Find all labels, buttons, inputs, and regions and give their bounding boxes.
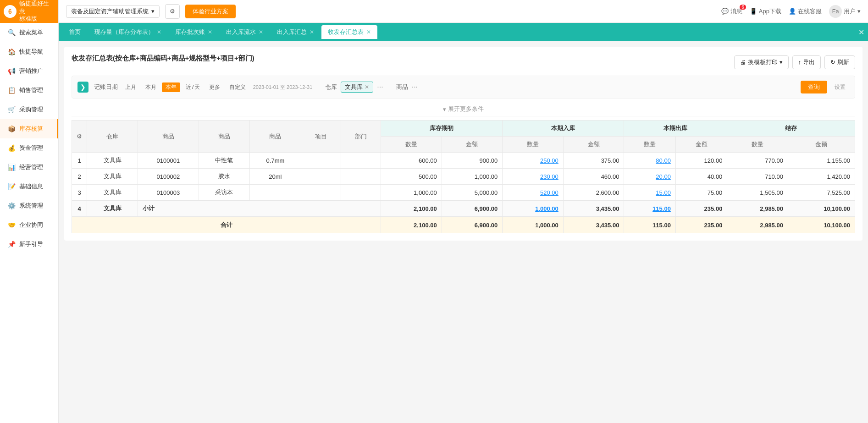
row3-project [301, 185, 341, 201]
data-table: ⚙ 仓库 商品 商品 商品 项目 部门 库存期初 本期入库 本期出库 结存 [72, 120, 855, 233]
th-open-amt: 金额 [442, 137, 503, 153]
tab-inventory-dist-close[interactable]: ✕ [157, 29, 161, 35]
date-shortcut-custom[interactable]: 自定义 [226, 82, 249, 92]
sidebar-item-purchase[interactable]: 🛒 采购管理 [0, 100, 58, 119]
data-table-wrapper: ⚙ 仓库 商品 商品 商品 项目 部门 库存期初 本期入库 本期出库 结存 [72, 120, 855, 233]
sidebar: 6 畅捷通好生意 标准版 🔍 搜索菜单 🏠 快捷导航 📢 营销推广 📋 销售管理… [0, 0, 59, 423]
sidebar-item-marketing[interactable]: 📢 营销推广 [0, 61, 58, 81]
warehouse-filter-section: 仓库 文具库 ✕ ··· [325, 82, 383, 93]
tab-stock-flow[interactable]: 出入库流水 ✕ [220, 25, 270, 39]
row3-in-qty[interactable]: 520.00 [503, 185, 564, 201]
sidebar-item-basic-info[interactable]: 📝 基础信息 [0, 177, 58, 196]
date-shortcut-this-month[interactable]: 本月 [142, 82, 160, 92]
settings-button[interactable]: ⚙ [165, 4, 180, 19]
tab-stock-summary-close[interactable]: ✕ [310, 29, 314, 35]
row1-dept [341, 153, 381, 169]
close-all-tabs[interactable]: ✕ [858, 28, 864, 37]
th-warehouse: 仓库 [87, 121, 138, 153]
trial-button[interactable]: 体验行业方案 [185, 5, 236, 18]
print-template-button[interactable]: 🖨 换模板打印 ▾ [734, 55, 789, 69]
subtotal-in-qty[interactable]: 1,000.00 [503, 201, 564, 217]
tab-stock-flow-close[interactable]: ✕ [259, 29, 263, 35]
tab-stock-flow-label: 出入库流水 [226, 28, 256, 36]
app-download-button[interactable]: 📱 App下载 [750, 7, 781, 16]
subtotal-out-qty[interactable]: 115.00 [624, 201, 675, 217]
tab-recv-send-summary-close[interactable]: ✕ [366, 29, 371, 35]
filter-collapse-button[interactable]: ❯ [77, 82, 88, 93]
purchase-icon: 🛒 [7, 106, 16, 113]
warehouse-tag-text: 文具库 [345, 83, 363, 91]
row3-out-qty[interactable]: 15.00 [624, 185, 675, 201]
sidebar-item-label: 库存核算 [19, 125, 43, 133]
date-filter-label: 记账日期 [94, 83, 118, 91]
date-shortcut-more[interactable]: 更多 [205, 82, 224, 92]
sidebar-item-system[interactable]: ⚙️ 系统管理 [0, 196, 58, 215]
subtotal-seq: 4 [72, 201, 87, 217]
online-service-button[interactable]: 👤 在线客服 [789, 7, 822, 16]
tab-inventory-dist-label: 现存量（库存分布表） [94, 28, 154, 36]
sidebar-item-sales[interactable]: 📋 销售管理 [0, 81, 58, 100]
tab-home[interactable]: 首页 [62, 25, 87, 39]
row2-bal-qty: 710.00 [727, 169, 788, 185]
user-menu[interactable]: Ea 用户 ▾ [829, 5, 861, 18]
sidebar-item-inventory[interactable]: 📦 库存核算 [0, 119, 58, 138]
th-inbound-group: 本期入库 [503, 121, 624, 137]
subtotal-bal-qty: 2,985.00 [727, 201, 788, 217]
row2-out-qty[interactable]: 20.00 [624, 169, 675, 185]
tab-recv-send-summary[interactable]: 收发存汇总表 ✕ [321, 25, 377, 39]
message-button[interactable]: 💬 消息 6 [721, 7, 742, 16]
row3-bal-amt: 7,525.00 [788, 185, 855, 201]
topbar-right: 💬 消息 6 📱 App下载 👤 在线客服 Ea 用户 ▾ [721, 5, 861, 18]
total-row: 合计 2,100.00 6,900.00 1,000.00 3,435.00 1… [72, 217, 855, 233]
total-in-amt: 3,435.00 [563, 217, 624, 233]
date-shortcut-last-7days[interactable]: 近7天 [182, 82, 204, 92]
message-badge: 6 [740, 5, 746, 10]
warehouse-filter-more[interactable]: ··· [377, 83, 383, 91]
row2-code: 0100002 [138, 169, 199, 185]
row1-bal-qty: 770.00 [727, 153, 788, 169]
subtotal-in-amt: 3,435.00 [563, 201, 624, 217]
expand-conditions-button[interactable]: ▾ 展开更多条件 [443, 105, 484, 113]
th-in-qty: 数量 [503, 137, 564, 153]
tab-batch-ledger-close[interactable]: ✕ [208, 29, 212, 35]
tab-batch-ledger[interactable]: 库存批次账 ✕ [169, 25, 219, 39]
sidebar-item-guide[interactable]: 📌 新手引导 [0, 235, 58, 254]
sidebar-item-business[interactable]: 📊 经营管理 [0, 158, 58, 177]
sidebar-item-quick-nav[interactable]: 🏠 快捷导航 [0, 42, 58, 61]
inventory-icon: 📦 [7, 125, 16, 132]
tab-stock-summary[interactable]: 出入库汇总 ✕ [271, 25, 321, 39]
date-shortcuts: 上月 本月 本年 近7天 更多 自定义 [122, 82, 249, 92]
row1-out-qty[interactable]: 80.00 [624, 153, 675, 169]
sidebar-item-cooperation[interactable]: 🤝 企业协同 [0, 215, 58, 235]
refresh-label: 刷新 [837, 58, 849, 66]
tab-inventory-dist[interactable]: 现存量（库存分布表） ✕ [88, 25, 168, 39]
date-shortcut-this-year[interactable]: 本年 [162, 82, 180, 92]
row3-goods: 采访本 [199, 185, 249, 201]
row3-open-qty: 1,000.00 [381, 185, 442, 201]
total-out-amt: 235.00 [675, 217, 727, 233]
gear-icon: ⚙ [170, 8, 175, 15]
date-shortcut-last-month[interactable]: 上月 [122, 82, 140, 92]
row1-out-amt: 120.00 [675, 153, 727, 169]
content-area: 收发存汇总表(按仓库+商品编码+商品+规格型号+项目+部门) 🖨 换模板打印 ▾… [59, 41, 868, 423]
row1-goods: 中性笔 [199, 153, 249, 169]
table-settings-col[interactable]: ⚙ [72, 121, 87, 153]
total-in-qty: 1,000.00 [503, 217, 564, 233]
row1-bal-amt: 1,155.00 [788, 153, 855, 169]
warehouse-tag-close[interactable]: ✕ [365, 84, 369, 90]
row1-in-qty[interactable]: 250.00 [503, 153, 564, 169]
export-button[interactable]: ↑ 导出 [792, 55, 821, 69]
row1-in-amt: 375.00 [563, 153, 624, 169]
sidebar-item-search[interactable]: 🔍 搜索菜单 [0, 23, 58, 42]
query-button[interactable]: 查询 [801, 81, 827, 93]
sidebar-item-finance[interactable]: 💰 资金管理 [0, 138, 58, 158]
th-in-amt: 金额 [563, 137, 624, 153]
basic-info-icon: 📝 [7, 183, 16, 190]
table-row: 1 文具库 0100001 中性笔 0.7mm 600.00 900.00 25… [72, 153, 855, 169]
goods-filter-more[interactable]: ··· [412, 83, 418, 91]
row2-in-qty[interactable]: 230.00 [503, 169, 564, 185]
th-spec: 商品 [249, 121, 301, 153]
system-selector[interactable]: 装备及固定资产辅助管理系统 ▾ [66, 5, 160, 18]
refresh-button[interactable]: ↻ 刷新 [824, 55, 855, 69]
table-settings-link[interactable]: 设置 [831, 81, 849, 93]
